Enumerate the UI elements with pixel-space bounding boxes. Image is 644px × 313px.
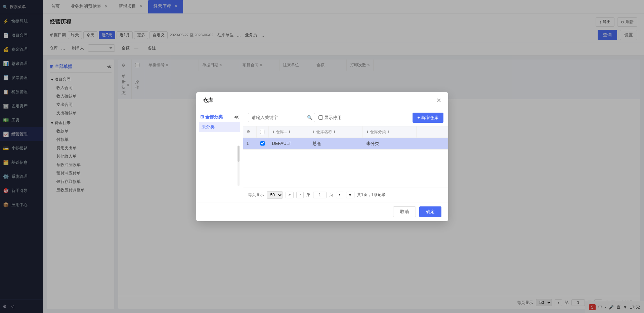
modal-th-category: ⬆ 仓库分类 ⬇ [363,126,417,138]
show-disabled-checkbox[interactable] [318,115,323,120]
modal-sidebar-item-uncategorized[interactable]: 未分类 [199,122,240,132]
row-checkbox-cell[interactable] [257,138,269,149]
settings-icon2: ⚙ [247,129,250,134]
search-wrap: 🔍 [248,113,315,122]
modal-title: 仓库 [203,97,213,104]
modal-th-checkbox[interactable] [257,126,269,138]
scroll-thumb [238,146,240,162]
sort-down-icon3: ⬇ [387,130,390,133]
sort-down-icon2: ⬇ [333,130,336,133]
modal-sidebar: ⊞ 全部分类 ≪ 未分类 [196,109,243,202]
modal-sidebar-title: 全部分类 [205,114,223,120]
category-header-label: 仓库分类 [370,129,386,135]
warehouse-modal: 仓库 ✕ ⊞ 全部分类 ≪ 未分类 [196,92,448,221]
row-name: 总仓 [309,138,363,149]
modal-main: 🔍 显示停用 + 新增仓库 ⚙ [243,109,448,202]
modal-sidebar-collapse[interactable]: ≪ [234,114,239,120]
code-header-label: 仓库... [276,129,287,135]
row-checkbox[interactable] [260,141,265,146]
modal-sidebar-header: ⊞ 全部分类 ≪ [199,112,240,122]
modal-pagination: 每页显示 50 « ‹ 第 页 › » 共1页，1条记录 [243,188,448,202]
sort-up-icon3: ⬆ [366,130,369,133]
modal-next-page[interactable]: › [336,192,343,198]
modal-header: 仓库 ✕ [196,92,448,109]
modal-page-label2: 页 [329,192,333,198]
grid-icon2: ⊞ [200,114,204,119]
modal-search-input[interactable] [248,113,315,122]
modal-page-size-select[interactable]: 50 [267,191,283,199]
modal-body: ⊞ 全部分类 ≪ 未分类 [196,109,448,221]
sort-up-icon2: ⬆ [312,130,315,133]
search-icon2: 🔍 [307,115,312,120]
modal-footer: 取消 确定 [196,202,448,221]
modal-th-code: ⬆ 仓库... ⬇ [269,126,309,138]
row-index: 1 [243,138,257,149]
modal-th-settings[interactable]: ⚙ [243,126,257,138]
uncategorized-label: 未分类 [202,124,215,129]
modal-last-page[interactable]: » [346,192,354,198]
sort-down-icon: ⬇ [288,130,291,133]
modal-select-all[interactable] [260,130,264,134]
sort-up-icon: ⬆ [272,130,275,133]
modal-prev-page[interactable]: ‹ [296,192,304,198]
name-header-label: 仓库名称 [316,129,332,135]
scroll-track[interactable] [238,146,240,186]
show-disabled-text: 显示停用 [324,115,342,121]
modal-first-page[interactable]: « [286,192,294,198]
modal-toolbar: 🔍 显示停用 + 新增仓库 [243,109,448,126]
modal-page-input[interactable] [313,192,327,198]
add-warehouse-button[interactable]: + 新增仓库 [413,113,443,123]
confirm-button[interactable]: 确定 [419,206,441,217]
row-category: 未分类 [363,138,417,149]
modal-th-name: ⬆ 仓库名称 ⬇ [309,126,363,138]
modal-close-button[interactable]: ✕ [436,97,441,104]
show-disabled-label[interactable]: 显示停用 [318,115,342,121]
modal-total-info: 共1页，1条记录 [357,192,386,198]
modal-page-label: 第 [306,192,310,198]
warehouse-table-row[interactable]: 1 DEFAULT 总仓 未分类 [243,138,448,150]
modal-page-size-label: 每页显示 [248,192,264,198]
modal-table: ⚙ ⬆ 仓库... ⬇ ⬆ [243,126,448,188]
row-code: DEFAULT [269,138,309,149]
modal-overlay: 仓库 ✕ ⊞ 全部分类 ≪ 未分类 [0,0,644,313]
cancel-button[interactable]: 取消 [393,206,416,217]
modal-table-header: ⚙ ⬆ 仓库... ⬇ ⬆ [243,126,448,138]
